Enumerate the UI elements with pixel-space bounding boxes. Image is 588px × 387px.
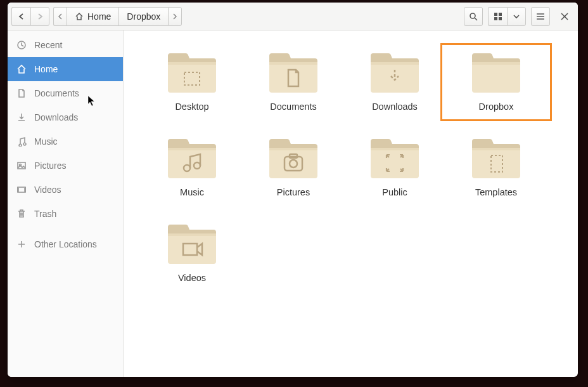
sidebar-item-label: Recent: [34, 40, 62, 50]
download-icon: [16, 112, 27, 122]
nav-buttons: [11, 7, 49, 26]
sidebar-item-label: Home: [34, 64, 58, 74]
folder-icon: [164, 221, 220, 268]
path-current-label: Dropbox: [127, 11, 160, 22]
folder-icon: [265, 135, 321, 182]
sidebar-item-home[interactable]: Home: [8, 57, 123, 81]
svg-rect-3: [494, 17, 497, 20]
folder-label: Videos: [178, 273, 206, 283]
close-button[interactable]: [555, 7, 574, 26]
folder-downloads[interactable]: Downloads: [344, 47, 445, 133]
sidebar-item-videos[interactable]: Videos: [8, 178, 123, 202]
sidebar-item-trash[interactable]: Trash: [8, 202, 123, 226]
sidebar: Recent Home Documents Downloads Music Pi…: [8, 30, 124, 377]
sidebar-item-downloads[interactable]: Downloads: [8, 105, 123, 129]
sidebar-item-label: Documents: [34, 88, 79, 98]
sidebar-other-label: Other Locations: [34, 239, 97, 249]
trash-icon: [16, 209, 27, 219]
grid-icon: [494, 12, 502, 21]
pictures-icon: [16, 161, 27, 171]
folder-videos[interactable]: Videos: [141, 218, 243, 304]
music-icon: [16, 136, 27, 147]
content-area[interactable]: Desktop Documents Downloads Dropbox Musi: [124, 30, 578, 377]
folder-icon: [164, 49, 220, 96]
search-button[interactable]: [464, 7, 483, 26]
folder-music[interactable]: Music: [141, 133, 243, 218]
folder-desktop[interactable]: Desktop: [141, 47, 243, 133]
path-home-button[interactable]: Home: [67, 7, 118, 26]
folder-label: Downloads: [372, 102, 418, 112]
sidebar-item-label: Music: [34, 136, 58, 147]
video-icon: [16, 185, 27, 195]
folder-icon: [468, 49, 524, 96]
folder-label: Pictures: [277, 187, 310, 197]
path-prev-button[interactable]: [53, 7, 67, 26]
home-icon: [16, 64, 27, 74]
sidebar-item-recent[interactable]: Recent: [8, 33, 123, 57]
folder-label: Public: [382, 187, 407, 197]
svg-rect-4: [499, 17, 502, 20]
grid-view-button[interactable]: [488, 7, 507, 26]
home-icon: [75, 12, 84, 21]
folder-icon: [468, 135, 524, 182]
svg-rect-2: [499, 13, 502, 16]
sidebar-other-locations[interactable]: Other Locations: [8, 232, 123, 256]
svg-point-0: [470, 13, 475, 18]
sidebar-item-documents[interactable]: Documents: [8, 81, 123, 105]
close-icon: [561, 13, 568, 20]
folder-label: Dropbox: [479, 102, 514, 112]
folder-label: Desktop: [175, 102, 208, 112]
folder-icon: [265, 49, 321, 96]
menu-button[interactable]: [531, 7, 550, 26]
sidebar-item-label: Downloads: [34, 112, 78, 122]
sidebar-item-label: Pictures: [34, 161, 67, 171]
folder-dropbox[interactable]: Dropbox: [445, 47, 547, 133]
folder-icon: [367, 135, 423, 182]
folder-documents[interactable]: Documents: [243, 47, 344, 133]
folder-label: Music: [180, 187, 204, 197]
folder-label: Templates: [475, 187, 517, 197]
back-button[interactable]: [11, 7, 30, 26]
search-icon: [469, 12, 478, 21]
body: Recent Home Documents Downloads Music Pi…: [8, 30, 578, 377]
path-next-button[interactable]: [168, 7, 182, 26]
forward-button[interactable]: [30, 7, 49, 26]
view-options-button[interactable]: [507, 7, 526, 26]
plus-icon: [16, 239, 27, 249]
folder-label: Documents: [270, 102, 316, 112]
file-manager-window: Home Dropbox: [8, 3, 578, 377]
folder-templates[interactable]: Templates: [445, 133, 547, 218]
clock-icon: [16, 40, 27, 50]
svg-rect-1: [494, 13, 497, 16]
sidebar-item-label: Trash: [34, 209, 56, 219]
path-home-label: Home: [87, 11, 111, 22]
hamburger-icon: [536, 12, 545, 21]
folder-icon: [367, 49, 423, 96]
sidebar-item-music[interactable]: Music: [8, 129, 123, 154]
document-icon: [16, 88, 27, 98]
sidebar-item-label: Videos: [34, 185, 61, 195]
titlebar: Home Dropbox: [8, 3, 578, 30]
path-current-button[interactable]: Dropbox: [118, 7, 168, 26]
path-bar: Home Dropbox: [53, 7, 182, 26]
sidebar-item-pictures[interactable]: Pictures: [8, 154, 123, 178]
folder-icon: [164, 135, 220, 182]
chevron-down-icon: [513, 12, 520, 21]
folder-public[interactable]: Public: [344, 133, 445, 218]
view-buttons: [488, 7, 526, 26]
folder-pictures[interactable]: Pictures: [243, 133, 344, 218]
